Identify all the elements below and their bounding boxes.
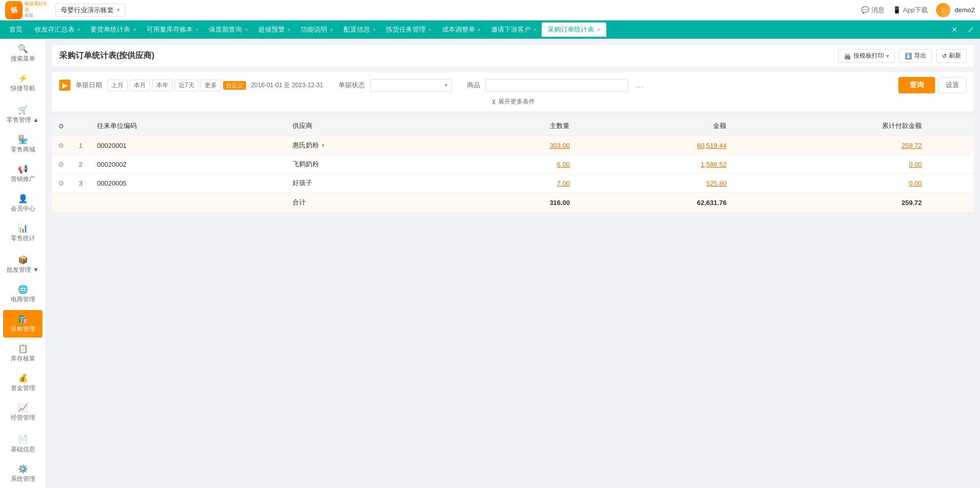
sidebar-item-marketing[interactable]: 📢 营销推广 [3, 160, 42, 188]
goods-dots-btn[interactable]: … [633, 81, 646, 90]
sidebar-item-retail-stat[interactable]: 📊 零售统计 [3, 219, 42, 247]
row-quantity-2[interactable]: 6.00 [454, 155, 576, 174]
date-btn-this-month[interactable]: 本月 [130, 80, 150, 91]
sidebar-item-member[interactable]: 👤 会员中心 [3, 190, 42, 217]
date-btn-this-year[interactable]: 本年 [152, 80, 173, 91]
tab-receive-summary[interactable]: 收发存汇总表 × [30, 22, 85, 37]
row-paid-3[interactable]: 0.00 [732, 174, 928, 193]
tab-order-stats[interactable]: 要货单统计表 × [85, 22, 141, 37]
sidebar-item-search[interactable]: 🔍 搜索菜单 [3, 40, 42, 67]
print-icon: 🖨️ [844, 53, 851, 60]
tab-shelf-life[interactable]: 保质期查询 × [204, 22, 253, 37]
tab-close-5[interactable]: × [287, 27, 290, 33]
row-index-3: 3 [70, 174, 91, 193]
date-btn-more[interactable]: 更多 [201, 80, 221, 91]
tab-close-3[interactable]: × [195, 27, 199, 33]
date-btn-7days[interactable]: 近7天 [175, 80, 199, 91]
sidebar-item-quick-nav[interactable]: ⚡ 快捷导航 [3, 69, 42, 97]
app-download-label: App下载 [903, 6, 928, 15]
footer-row: 合计 316.00 62,631.76 259.72 [52, 193, 974, 213]
table-container: ⚙ 往来单位编码 供应商 主数量 金额 累计付款金额 ⚙ 1 0002000 [52, 116, 974, 213]
operation-icon: 📈 [18, 403, 28, 413]
col-paid: 累计付款金额 [732, 116, 928, 136]
tab-close-9[interactable]: × [478, 27, 481, 33]
row-gear-2: ⚙ [52, 155, 70, 174]
expand-more-btn[interactable]: ⊻ 展开更多条件 [492, 97, 535, 106]
workspace-selector[interactable]: 母婴行业演示账套 ▾ [55, 4, 126, 17]
row-paid-1[interactable]: 259.72 [732, 136, 928, 155]
marketing-icon: 📢 [18, 164, 28, 174]
row-paid-2[interactable]: 0.00 [732, 155, 928, 174]
export-icon: ⬇️ [904, 53, 912, 60]
app-download-btn[interactable]: 📱 App下载 [893, 6, 928, 15]
row-gear-1: ⚙ [52, 136, 70, 155]
tab-available-inventory[interactable]: 可用量库存账本 × [141, 22, 204, 37]
username: demo2 [954, 6, 975, 14]
sidebar-item-ecommerce[interactable]: 🌐 电商管理 [3, 280, 42, 308]
sidebar-item-inventory[interactable]: 📋 库存核算 [3, 340, 42, 367]
top-right-area: 💬 消息 📱 App下载 E demo2 [861, 3, 975, 17]
sidebar-item-capital[interactable]: 💰 资金管理 [3, 369, 42, 397]
refresh-btn[interactable]: ↺ 刷新 [936, 49, 967, 63]
sidebar-item-wholesale[interactable]: 📦 批发管理 ▼ [3, 251, 42, 278]
date-end: 2023-12-31 [292, 82, 323, 89]
row-code-2: 00020002 [91, 155, 286, 174]
footer-label: 合计 [286, 193, 454, 213]
tab-function-desc[interactable]: 功能说明 × [296, 22, 338, 37]
tab-config[interactable]: 配置信息 × [338, 22, 381, 37]
supplier-expand-icon: ▾ [322, 142, 325, 148]
date-btn-last-month[interactable]: 上月 [107, 80, 128, 91]
sidebar-item-system[interactable]: ⚙️ 系统管理 [3, 460, 42, 487]
goods-input[interactable] [485, 79, 628, 92]
capital-icon: 💰 [18, 373, 28, 383]
user-area[interactable]: E demo2 [936, 3, 975, 17]
tab-pick-task[interactable]: 拣货任务管理 × [381, 22, 436, 37]
sidebar-label: 资金管理 [11, 384, 35, 393]
inventory-icon: 📋 [18, 344, 28, 353]
goods-label: 商品 [467, 81, 480, 90]
tab-close-window-btn[interactable]: × [947, 22, 962, 37]
footer-code [91, 193, 286, 213]
tab-overstock-warning[interactable]: 超储预警 × [253, 22, 296, 37]
workspace-name: 母婴行业演示账套 [61, 6, 114, 15]
sidebar-item-purchase[interactable]: 🛍️ 采购管理 [3, 310, 42, 338]
sidebar-item-retail[interactable]: 🛒 零售管理 ▲ [3, 101, 42, 129]
row-quantity-1[interactable]: 303.00 [454, 136, 576, 155]
retail-icon: 🛒 [18, 105, 28, 115]
row-quantity-3[interactable]: 7.00 [454, 174, 576, 193]
status-select[interactable] [370, 79, 452, 92]
table-row: ⚙ 1 00020001 惠氏奶粉 ▾ 303.00 60,519.44 259… [52, 136, 974, 155]
tab-close-8[interactable]: × [428, 27, 431, 33]
tab-close-7[interactable]: × [373, 27, 376, 33]
print-btn[interactable]: 🖨️ 按模板打印 ▾ [838, 49, 895, 63]
row-amount-3[interactable]: 525.80 [576, 174, 732, 193]
row-amount-1[interactable]: 60,519.44 [576, 136, 732, 155]
message-btn[interactable]: 💬 消息 [861, 6, 885, 15]
sidebar-item-operation[interactable]: 📈 经营管理 [3, 399, 42, 426]
sidebar-item-basic-info[interactable]: 📄 基础信息 [3, 430, 42, 458]
tab-cost-adjust[interactable]: 成本调整单 × [437, 22, 486, 37]
retail-shop-icon: 🏪 [18, 135, 28, 144]
export-btn[interactable]: ⬇️ 导出 [899, 49, 932, 63]
row-amount-2[interactable]: 1,586.52 [576, 155, 732, 174]
tab-close-6[interactable]: × [330, 27, 333, 33]
tab-close-4[interactable]: × [244, 27, 248, 33]
system-icon: ⚙️ [18, 464, 28, 474]
tab-close-1[interactable]: × [77, 27, 80, 33]
filter-toggle-btn[interactable]: ▶ [59, 80, 70, 91]
tab-close-active[interactable]: × [597, 27, 600, 33]
tab-homepage[interactable]: 首页 [2, 22, 30, 37]
sidebar-label: 系统管理 [11, 475, 35, 483]
settings-btn[interactable]: 设置 [938, 77, 967, 93]
tab-close-10[interactable]: × [533, 27, 536, 33]
page-title: 采购订单统计表(按供应商) [59, 50, 155, 61]
tab-invite-downstream[interactable]: 邀请下游客户 × [486, 22, 542, 37]
row-supplier-2: 飞鹤奶粉 [286, 155, 454, 174]
avatar: E [936, 3, 950, 17]
sidebar-item-retail-shop[interactable]: 🏪 零售商城 [3, 131, 42, 158]
tab-restore-btn[interactable]: ⤢ [964, 22, 978, 37]
row-extra-3 [928, 174, 974, 193]
tab-close-2[interactable]: × [133, 27, 136, 33]
tab-purchase-order-stats[interactable]: 采购订单统计表 × [542, 22, 606, 37]
query-btn[interactable]: 查询 [898, 77, 935, 93]
